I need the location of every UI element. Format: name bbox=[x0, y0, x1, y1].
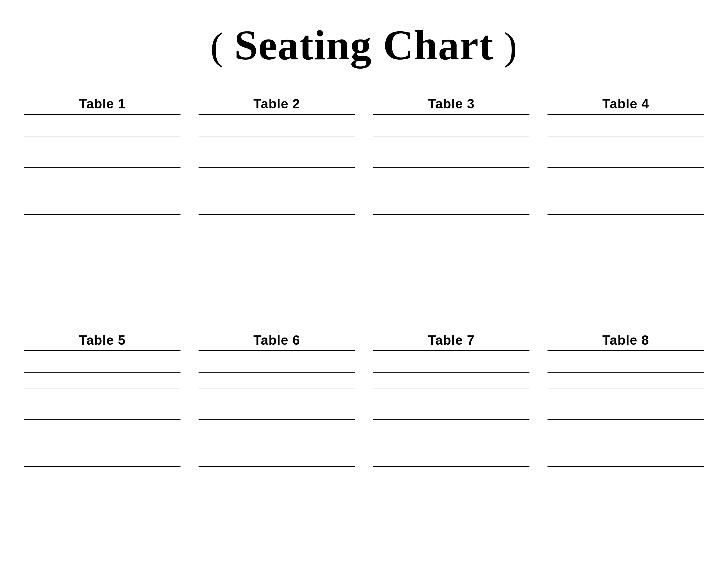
seat-line[interactable] bbox=[24, 168, 180, 183]
seat-line[interactable] bbox=[24, 183, 180, 199]
seat-line[interactable] bbox=[199, 136, 355, 152]
seat-line[interactable] bbox=[199, 168, 355, 183]
seat-line[interactable] bbox=[373, 451, 529, 467]
table-section-5: Table 5 bbox=[24, 333, 180, 545]
seat-line[interactable] bbox=[373, 121, 529, 136]
seat-line[interactable] bbox=[373, 420, 529, 435]
seat-line[interactable] bbox=[548, 482, 704, 498]
seat-line[interactable] bbox=[373, 404, 529, 420]
seat-line[interactable] bbox=[24, 435, 180, 451]
seat-line[interactable] bbox=[199, 215, 355, 230]
seat-line[interactable] bbox=[373, 152, 529, 168]
table-2-header: Table 2 bbox=[199, 96, 355, 115]
seat-line[interactable] bbox=[24, 152, 180, 168]
table-7-header: Table 7 bbox=[373, 333, 529, 351]
table-7-lines bbox=[373, 357, 529, 545]
table-5-lines bbox=[24, 357, 180, 545]
seat-line[interactable] bbox=[24, 357, 180, 373]
seat-line[interactable] bbox=[548, 168, 704, 183]
table-8-title: Table 8 bbox=[548, 333, 704, 351]
table-1-lines bbox=[24, 121, 180, 309]
seat-line[interactable] bbox=[199, 388, 355, 404]
seat-line[interactable] bbox=[199, 451, 355, 467]
table-1-title: Table 1 bbox=[24, 96, 180, 115]
seat-line[interactable] bbox=[373, 435, 529, 451]
seat-line[interactable] bbox=[373, 136, 529, 152]
seat-line[interactable] bbox=[373, 183, 529, 199]
seat-line[interactable] bbox=[199, 183, 355, 199]
table-6-lines bbox=[199, 357, 355, 545]
table-section-1: Table 1 bbox=[24, 96, 180, 309]
table-2-title: Table 2 bbox=[199, 96, 355, 115]
table-1-header: Table 1 bbox=[24, 96, 180, 115]
seat-line[interactable] bbox=[24, 404, 180, 420]
seat-line[interactable] bbox=[199, 420, 355, 435]
seat-line[interactable] bbox=[24, 215, 180, 230]
seat-line[interactable] bbox=[199, 467, 355, 482]
seat-line[interactable] bbox=[373, 467, 529, 482]
seat-line[interactable] bbox=[373, 388, 529, 404]
table-7-title: Table 7 bbox=[373, 333, 529, 351]
table-3-lines bbox=[373, 121, 529, 309]
seat-line[interactable] bbox=[373, 482, 529, 498]
seat-line[interactable] bbox=[548, 404, 704, 420]
seat-line[interactable] bbox=[548, 121, 704, 136]
table-6-title: Table 6 bbox=[199, 333, 355, 351]
seat-line[interactable] bbox=[24, 136, 180, 152]
seat-line[interactable] bbox=[24, 482, 180, 498]
seat-line[interactable] bbox=[548, 357, 704, 373]
seat-line[interactable] bbox=[373, 373, 529, 388]
seat-line[interactable] bbox=[24, 230, 180, 246]
table-2-lines bbox=[199, 121, 355, 309]
table-6-header: Table 6 bbox=[199, 333, 355, 351]
seat-line[interactable] bbox=[199, 121, 355, 136]
seat-line[interactable] bbox=[373, 199, 529, 215]
seat-line[interactable] bbox=[373, 357, 529, 373]
table-section-2: Table 2 bbox=[199, 96, 355, 309]
seat-line[interactable] bbox=[199, 230, 355, 246]
seat-line[interactable] bbox=[548, 451, 704, 467]
seat-line[interactable] bbox=[24, 373, 180, 388]
seat-line[interactable] bbox=[199, 357, 355, 373]
seat-line[interactable] bbox=[24, 388, 180, 404]
seat-line[interactable] bbox=[199, 373, 355, 388]
table-8-lines bbox=[548, 357, 704, 545]
table-section-8: Table 8 bbox=[548, 333, 704, 545]
seat-line[interactable] bbox=[24, 420, 180, 435]
table-3-header: Table 3 bbox=[373, 96, 529, 115]
seat-line[interactable] bbox=[548, 467, 704, 482]
seat-line[interactable] bbox=[548, 230, 704, 246]
table-section-6: Table 6 bbox=[199, 333, 355, 545]
seat-line[interactable] bbox=[373, 168, 529, 183]
seat-line[interactable] bbox=[24, 451, 180, 467]
seat-line[interactable] bbox=[548, 183, 704, 199]
seat-line[interactable] bbox=[24, 467, 180, 482]
seat-line[interactable] bbox=[373, 230, 529, 246]
table-4-lines bbox=[548, 121, 704, 309]
seat-line[interactable] bbox=[24, 199, 180, 215]
page: Seating Chart Table 1 Table 2 bbox=[0, 0, 728, 563]
table-4-title: Table 4 bbox=[548, 96, 704, 115]
seat-line[interactable] bbox=[548, 420, 704, 435]
table-5-title: Table 5 bbox=[24, 333, 180, 351]
seat-line[interactable] bbox=[199, 435, 355, 451]
table-3-title: Table 3 bbox=[373, 96, 529, 115]
title-area: Seating Chart bbox=[24, 12, 704, 78]
table-section-4: Table 4 bbox=[548, 96, 704, 309]
seat-line[interactable] bbox=[548, 373, 704, 388]
seat-line[interactable] bbox=[199, 404, 355, 420]
seat-line[interactable] bbox=[548, 136, 704, 152]
seat-line[interactable] bbox=[199, 199, 355, 215]
seat-line[interactable] bbox=[548, 152, 704, 168]
table-section-7: Table 7 bbox=[373, 333, 529, 545]
seat-line[interactable] bbox=[373, 215, 529, 230]
seat-line[interactable] bbox=[199, 482, 355, 498]
seat-line[interactable] bbox=[199, 152, 355, 168]
seat-line[interactable] bbox=[24, 121, 180, 136]
seat-line[interactable] bbox=[548, 388, 704, 404]
table-8-header: Table 8 bbox=[548, 333, 704, 351]
table-5-header: Table 5 bbox=[24, 333, 180, 351]
seat-line[interactable] bbox=[548, 199, 704, 215]
seat-line[interactable] bbox=[548, 435, 704, 451]
seat-line[interactable] bbox=[548, 215, 704, 230]
